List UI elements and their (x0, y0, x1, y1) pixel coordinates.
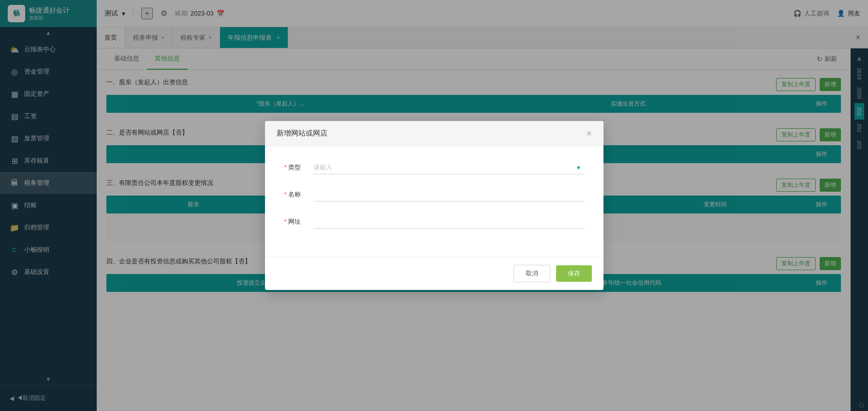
form-label-name: * 名称 (284, 190, 313, 199)
main-area: 测试 ▾ + ⚙ 账期 2023-03 📅 🎧 人工咨询 👤 用友 (97, 0, 868, 411)
form-label-type: * 类型 (284, 163, 313, 172)
form-url-wrap (313, 215, 584, 228)
modal-add-website: 新增网站或网店 × * 类型 ▾ (265, 121, 603, 290)
required-asterisk-type: * (284, 164, 287, 171)
form-type-wrap: ▾ (313, 161, 584, 174)
name-input[interactable] (313, 188, 584, 201)
modal-title: 新增网站或网店 (277, 129, 327, 138)
form-item-url: * 网址 (284, 215, 584, 228)
url-input[interactable] (313, 215, 584, 228)
save-button[interactable]: 保存 (556, 265, 592, 282)
form-name-wrap (313, 188, 584, 201)
modal-close-button[interactable]: × (587, 129, 592, 138)
modal-overlay: 新增网站或网店 × * 类型 ▾ (97, 0, 868, 411)
type-input[interactable] (313, 161, 584, 174)
required-asterisk-name: * (284, 191, 287, 198)
modal-body: * 类型 ▾ * 名称 (265, 146, 603, 257)
cancel-button[interactable]: 取消 (514, 265, 550, 282)
form-item-name: * 名称 (284, 188, 584, 201)
form-item-type: * 类型 ▾ (284, 161, 584, 174)
modal-header: 新增网站或网店 × (265, 121, 603, 146)
form-label-url: * 网址 (284, 217, 313, 226)
modal-footer: 取消 保存 (265, 257, 603, 290)
required-asterisk-url: * (284, 218, 287, 225)
